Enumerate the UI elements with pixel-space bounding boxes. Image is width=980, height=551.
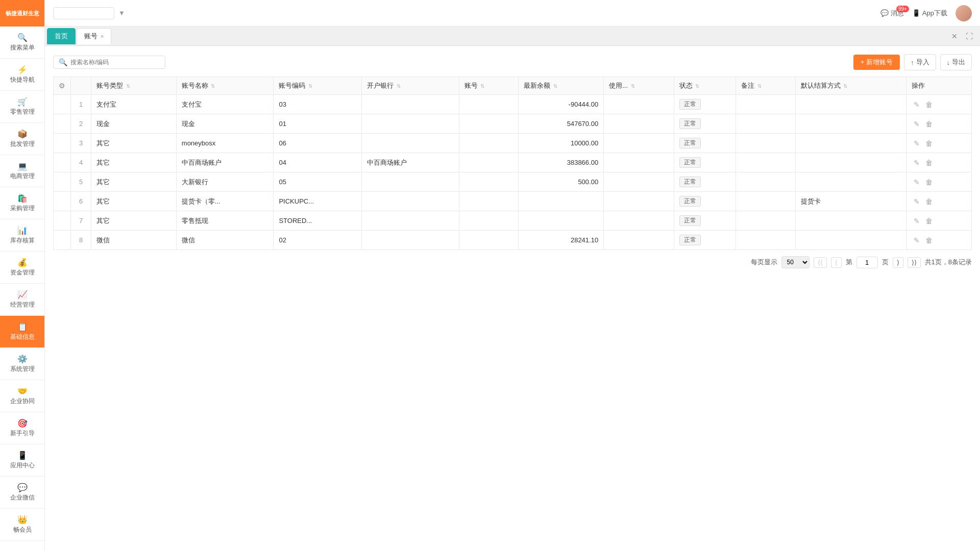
- col-account-header: 账号 ⇅: [459, 77, 519, 95]
- row-account: [459, 211, 519, 231]
- column-setting-button[interactable]: ⚙: [59, 82, 65, 90]
- delete-button[interactable]: 🗑: [923, 138, 935, 148]
- sidebar-item-label: 系统管理: [10, 365, 35, 373]
- basic-info-icon: 📋: [17, 322, 28, 332]
- delete-button[interactable]: 🗑: [923, 216, 935, 226]
- logo-text: 畅捷通财生意: [6, 10, 39, 17]
- row-settlement: [795, 172, 906, 192]
- bank-sort-icon[interactable]: ⇅: [397, 83, 401, 89]
- row-setting: [54, 172, 71, 192]
- delete-button[interactable]: 🗑: [923, 196, 935, 207]
- app-download-button[interactable]: 📱 App下载: [912, 9, 947, 18]
- delete-button[interactable]: 🗑: [923, 177, 935, 187]
- topbar-search-input[interactable]: [53, 7, 114, 19]
- sidebar-item-operation-mgmt[interactable]: 📈 经营管理: [0, 284, 44, 316]
- search-box[interactable]: 🔍: [53, 56, 165, 69]
- edit-button[interactable]: ✎: [912, 99, 922, 110]
- sidebar-item-enterprise-wechat[interactable]: 💬 企业微信: [0, 477, 44, 509]
- delete-button[interactable]: 🗑: [923, 235, 935, 245]
- sidebar-item-beginner-guide[interactable]: 🎯 新手引导: [0, 412, 44, 444]
- row-status: 正常: [674, 192, 736, 211]
- table-toolbar: 🔍 + 新增账号 ↑ 导入 ↓ 导出: [53, 54, 972, 70]
- row-setting: [54, 231, 71, 250]
- name-sort-icon[interactable]: ⇅: [211, 83, 215, 89]
- delete-button[interactable]: 🗑: [923, 158, 935, 168]
- edit-button[interactable]: ✎: [912, 119, 922, 129]
- sidebar-item-wholesale-mgmt[interactable]: 📦 批发管理: [0, 123, 44, 155]
- user-avatar[interactable]: [955, 5, 972, 21]
- sidebar-item-inventory[interactable]: 📊 库存核算: [0, 219, 44, 252]
- row-setting: [54, 211, 71, 231]
- page-first-button[interactable]: ⟨⟨: [814, 257, 827, 268]
- sidebar-item-label: 新手引导: [10, 429, 35, 438]
- toolbar-right: + 新增账号 ↑ 导入 ↓ 导出: [853, 54, 972, 70]
- page-next-button[interactable]: ⟩: [893, 257, 903, 268]
- tab-close-all-button[interactable]: ✕: [948, 31, 961, 41]
- row-usage: [604, 192, 674, 211]
- page-last-button[interactable]: ⟩⟩: [908, 257, 921, 268]
- status-sort-icon[interactable]: ⇅: [695, 83, 699, 89]
- sidebar-item-enterprise-agreement[interactable]: 🤝 企业协同: [0, 380, 44, 412]
- row-settlement: [795, 114, 906, 134]
- row-action: ✎ 🗑: [906, 211, 971, 231]
- edit-button[interactable]: ✎: [912, 235, 922, 245]
- sidebar-item-finance-mgmt[interactable]: 💰 资金管理: [0, 252, 44, 284]
- sidebar-item-system-mgmt[interactable]: ⚙️ 系统管理: [0, 348, 44, 380]
- export-button[interactable]: ↓ 导出: [940, 54, 972, 70]
- account-sort-icon[interactable]: ⇅: [480, 83, 484, 89]
- settlement-sort-icon[interactable]: ⇅: [843, 83, 847, 89]
- beginner-guide-icon: 🎯: [17, 418, 28, 428]
- row-code: 02: [274, 231, 362, 250]
- row-type: 微信: [91, 231, 177, 250]
- tab-close-button[interactable]: ×: [101, 33, 104, 39]
- edit-button[interactable]: ✎: [912, 158, 922, 168]
- row-settlement: [795, 95, 906, 114]
- usage-sort-icon[interactable]: ⇅: [631, 83, 635, 89]
- topbar-dropdown-icon[interactable]: ▼: [118, 9, 125, 17]
- sidebar-item-label: 库存核算: [10, 236, 35, 245]
- remark-sort-icon[interactable]: ⇅: [757, 83, 762, 89]
- balance-sort-icon[interactable]: ⇅: [553, 83, 557, 89]
- sidebar-item-search-menu[interactable]: 🔍 搜索菜单: [0, 27, 44, 59]
- row-setting: [54, 114, 71, 134]
- delete-button[interactable]: 🗑: [923, 119, 935, 129]
- sidebar-item-quick-nav[interactable]: ⚡ 快捷导航: [0, 59, 44, 91]
- sidebar-item-basic-info[interactable]: 📋 基础信息: [0, 316, 44, 348]
- sidebar-item-label: 企业协同: [10, 397, 35, 406]
- edit-button[interactable]: ✎: [912, 177, 922, 187]
- edit-button[interactable]: ✎: [912, 138, 922, 148]
- row-code: 05: [274, 172, 362, 192]
- topbar-right: 💬 消息 99+ 📱 App下载: [880, 5, 972, 21]
- sidebar-item-ecom-mgmt[interactable]: 💻 电商管理: [0, 155, 44, 187]
- row-setting: [54, 192, 71, 211]
- table-row: 7 其它 零售抵现 STORED... 正常 ✎ 🗑: [54, 211, 972, 231]
- page-prev-button[interactable]: ⟨: [831, 257, 842, 268]
- tab-home[interactable]: 首页: [47, 28, 76, 44]
- per-page-select[interactable]: 50 100 200: [781, 256, 810, 268]
- sidebar-item-label: 电商管理: [10, 172, 35, 181]
- row-settlement: [795, 153, 906, 172]
- sidebar-item-vip-member[interactable]: 👑 畅会员: [0, 509, 44, 541]
- tab-maximize-button[interactable]: ⛶: [963, 31, 976, 41]
- message-button[interactable]: 💬 消息 99+: [880, 9, 904, 18]
- search-menu-icon: 🔍: [17, 33, 28, 42]
- tab-accounts[interactable]: 账号 ×: [77, 28, 111, 44]
- delete-button[interactable]: 🗑: [923, 99, 935, 110]
- import-button[interactable]: ↑ 导入: [904, 54, 936, 70]
- col-code-header: 账号编码 ⇅: [274, 77, 362, 95]
- page-suffix: 页: [882, 258, 889, 267]
- sidebar-item-app-center[interactable]: 📱 应用中心: [0, 444, 44, 477]
- edit-button[interactable]: ✎: [912, 216, 922, 226]
- search-input[interactable]: [70, 59, 160, 66]
- sidebar-item-purchase-mgmt[interactable]: 🛍️ 采购管理: [0, 187, 44, 219]
- code-sort-icon[interactable]: ⇅: [308, 83, 312, 89]
- page-input[interactable]: [856, 257, 878, 268]
- type-sort-icon[interactable]: ⇅: [126, 83, 130, 89]
- quick-nav-icon: ⚡: [17, 65, 28, 74]
- row-remark: [736, 211, 796, 231]
- edit-button[interactable]: ✎: [912, 196, 922, 207]
- row-settlement: 提货卡: [795, 192, 906, 211]
- add-account-button[interactable]: + 新增账号: [853, 55, 900, 70]
- sidebar-item-retail-mgmt[interactable]: 🛒 零售管理: [0, 91, 44, 123]
- accounts-tab-label: 账号: [84, 32, 97, 41]
